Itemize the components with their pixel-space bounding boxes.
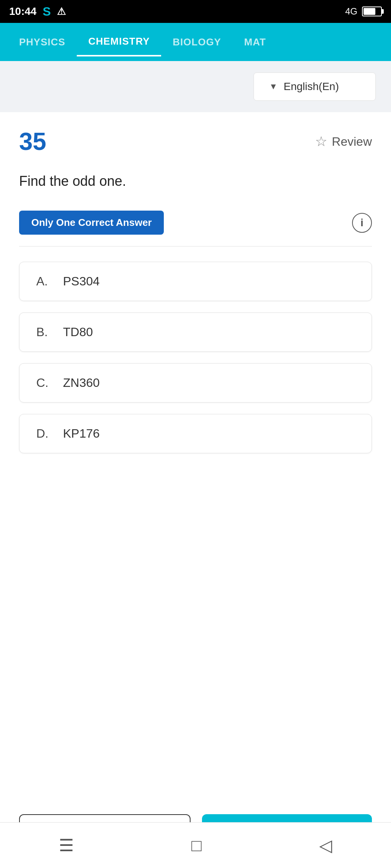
- option-c[interactable]: C. ZN360: [19, 363, 372, 403]
- language-dropdown[interactable]: ▼ English(En): [254, 72, 376, 101]
- tab-chemistry[interactable]: CHEMISTRY: [77, 28, 161, 56]
- network-icon: 4G: [345, 6, 357, 17]
- question-number: 35: [19, 127, 46, 156]
- review-label: Review: [332, 135, 372, 149]
- status-right: 4G: [345, 6, 382, 17]
- language-area: ▼ English(En): [0, 61, 391, 112]
- tab-math[interactable]: MAT: [233, 29, 277, 56]
- status-left: 10:44 S ⚠: [9, 5, 66, 19]
- back-icon[interactable]: ◁: [319, 836, 332, 855]
- status-app-icon-s: S: [43, 5, 51, 19]
- bottom-nav-bar: ☰ □ ◁: [0, 822, 391, 868]
- answer-type-row: Only One Correct Answer i: [19, 211, 372, 235]
- language-selected: English(En): [284, 81, 339, 93]
- status-time: 10:44: [9, 5, 37, 18]
- chevron-down-icon: ▼: [269, 82, 278, 92]
- option-c-content: C. ZN360: [23, 364, 372, 402]
- tab-physics[interactable]: PHYSICS: [8, 29, 77, 56]
- main-content: 35 ☆ Review Find the odd one. Only One C…: [0, 112, 391, 799]
- options-list: A. PS304 B. TD80 C. ZN360 D. KP176: [19, 262, 372, 453]
- review-button[interactable]: ☆ Review: [315, 134, 372, 150]
- option-a-content: A. PS304: [23, 262, 372, 301]
- battery-icon: [362, 6, 382, 16]
- option-c-label: C.: [36, 376, 52, 390]
- option-a-text: PS304: [63, 274, 100, 288]
- option-c-indicator: [19, 364, 23, 402]
- home-icon[interactable]: □: [191, 836, 202, 855]
- battery-fill: [364, 8, 375, 15]
- tab-navigation: PHYSICS CHEMISTRY BIOLOGY MAT: [0, 23, 391, 61]
- option-d-text: KP176: [63, 427, 100, 441]
- option-b-text: TD80: [63, 325, 93, 339]
- question-header: 35 ☆ Review: [19, 127, 372, 156]
- option-b-indicator: [19, 313, 23, 351]
- star-icon: ☆: [315, 134, 327, 150]
- option-d-indicator: [19, 414, 23, 453]
- option-b[interactable]: B. TD80: [19, 312, 372, 352]
- option-a-label: A.: [36, 274, 52, 288]
- info-icon[interactable]: i: [352, 213, 372, 233]
- option-b-label: B.: [36, 325, 52, 339]
- answer-type-badge[interactable]: Only One Correct Answer: [19, 211, 164, 235]
- option-a-indicator: [19, 262, 23, 301]
- option-d-label: D.: [36, 427, 52, 441]
- status-bar: 10:44 S ⚠ 4G: [0, 0, 391, 23]
- option-a[interactable]: A. PS304: [19, 262, 372, 301]
- menu-icon[interactable]: ☰: [59, 836, 74, 855]
- option-b-content: B. TD80: [23, 313, 372, 351]
- tab-biology[interactable]: BIOLOGY: [161, 29, 233, 56]
- option-d-content: D. KP176: [23, 414, 372, 453]
- divider: [19, 246, 372, 246]
- option-d[interactable]: D. KP176: [19, 414, 372, 453]
- option-c-text: ZN360: [63, 376, 100, 390]
- status-warning-icon: ⚠: [57, 6, 66, 18]
- question-text: Find the odd one.: [19, 171, 372, 192]
